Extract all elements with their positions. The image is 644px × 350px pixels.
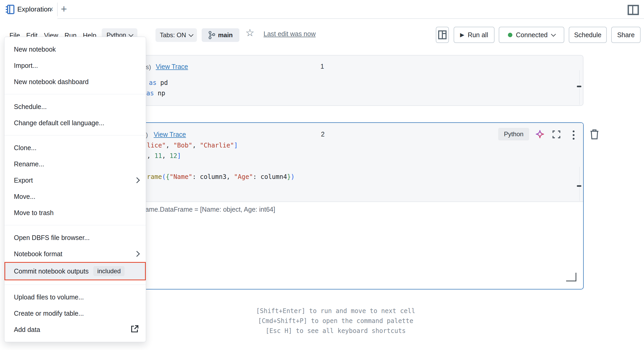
menu-item-label: Move... [14,193,35,200]
menu-item-label: Create or modify table... [14,310,84,317]
menu-item-label: Open DBFS file browser... [14,234,90,242]
menu-item-export[interactable]: Export [4,172,146,188]
menu-item-move[interactable]: Move... [4,188,146,205]
schedule-button[interactable]: Schedule [569,27,607,43]
tab-bar: Exploration × + [0,0,644,19]
cell-counter: 2 [321,130,325,138]
favorite-star-icon[interactable]: ☆ [245,28,254,38]
cell-resize-gutter [579,167,580,201]
code-line: as pd [146,78,168,88]
submenu-chevron-icon [134,251,140,257]
menu-section: Upload files to volume...Create or modif… [4,285,146,342]
tab-close-icon[interactable]: × [49,5,53,13]
menu-item-label: Notebook format [14,250,62,258]
keyboard-hint-line: [Esc H] to see all keyboard shortcuts [236,326,435,336]
menu-section: Open DBFS file browser...Notebook format… [4,225,146,285]
view-trace-link[interactable]: View Trace [154,131,186,138]
menu-item-schedule[interactable]: Schedule... [4,99,146,115]
menu-item-label: Export [14,177,33,184]
cell-language-label: Python [504,130,524,138]
menu-item-new-notebook[interactable]: New notebook [4,41,146,57]
menu-section: New notebookImport...New notebook dashbo… [4,37,146,94]
layout-view-button[interactable] [436,27,449,43]
trace-duration-fragment: ) [146,131,148,139]
cell-code[interactable]: lice", "Bob", "Charlie"], 11, 12] rame({… [147,140,295,182]
menu-item-label: Move to trash [14,209,53,217]
notebook-cell-2[interactable]: ) View Trace 2 Python lice", "Bob", "Cha… [136,122,584,289]
chevron-down-icon [128,32,133,37]
code-line: lice", "Bob", "Charlie"] [147,140,295,151]
cell-language-badge[interactable]: Python [498,128,529,140]
chevron-down-icon [551,32,556,36]
menu-item-badge: included [93,266,125,276]
git-branch-chip[interactable]: main [202,28,239,42]
cell-resize-handle[interactable] [577,185,581,187]
tab-title[interactable]: Exploration [17,5,51,13]
notebook-cell-1[interactable]: s) View Trace 1 as pdas np [136,55,583,106]
keyboard-hints: [Shift+Enter] to run and move to next ce… [236,306,435,336]
cell-output: ame.DataFrame = [Name: object, Age: int6… [145,206,275,213]
view-trace-link[interactable]: View Trace [156,63,188,70]
run-all-button[interactable]: ▶ Run all [454,27,495,43]
code-line: rame({"Name": column3, "Age": column4}) [147,172,295,182]
connection-status-button[interactable]: Connected [499,27,564,43]
git-branch-icon [208,31,215,39]
menu-item-add-data[interactable]: Add data [4,321,146,338]
menu-item-rename[interactable]: Rename... [4,156,146,172]
menu-item-label: Add data [14,326,40,333]
cell-resize-handle[interactable] [577,86,581,87]
menu-item-new-notebook-dashboard[interactable]: New notebook dashboard [4,74,146,90]
menu-item-label: New notebook [14,46,56,53]
cell-resize-gutter [579,70,580,105]
menu-item-label: New notebook dashboard [14,78,89,86]
menu-section: Schedule...Change default cell language.… [4,94,146,135]
trace-duration-fragment: s) [146,63,151,71]
branch-name: main [218,31,233,39]
cell-counter: 1 [320,63,324,70]
file-menu-dropdown: New notebookImport...New notebook dashbo… [4,37,146,342]
notebook-icon [5,4,15,16]
menu-item-upload-files-to-volume[interactable]: Upload files to volume... [4,289,146,305]
code-line: , 11, 12] [147,151,295,161]
menu-item-notebook-format[interactable]: Notebook format [4,246,146,262]
menu-item-clone[interactable]: Clone... [4,140,146,156]
menu-item-create-or-modify-table[interactable]: Create or modify table... [4,305,146,321]
output-resize-handle[interactable] [566,273,576,281]
connected-status-dot [508,33,512,37]
share-label: Share [617,31,635,39]
menu-item-open-dbfs-file-browser[interactable]: Open DBFS file browser... [4,229,146,246]
tabs-toggle-label: Tabs: ON [160,31,186,39]
menu-item-label: Schedule... [14,103,47,111]
delete-cell-trash-icon[interactable] [589,129,599,141]
side-panel-toggle-icon[interactable] [627,5,639,16]
tab-bar-border [57,18,644,19]
chevron-down-icon [189,32,193,37]
code-line: as np [146,88,168,99]
notebook-app: Exploration × + File Edit View Run Help … [0,0,644,350]
play-icon: ▶ [460,32,464,38]
menu-item-label: Rename... [14,160,44,168]
menu-item-label: Import... [14,62,38,69]
share-button[interactable]: Share [611,27,641,43]
last-edit-link[interactable]: Last edit was now [264,30,316,38]
run-all-label: Run all [468,31,488,39]
layout-grid-icon [437,30,448,40]
expand-cell-icon[interactable] [552,130,561,140]
menu-item-label: Change default cell language... [14,119,104,127]
menu-item-change-default-cell-language[interactable]: Change default cell language... [4,115,146,131]
tabs-toggle[interactable]: Tabs: ON [155,28,197,42]
code-line [147,161,295,172]
tab-separator [57,3,58,16]
new-tab-button[interactable]: + [61,4,67,14]
cell-menu-kebab-icon[interactable] [573,130,575,140]
menu-item-move-to-trash[interactable]: Move to trash [4,205,146,221]
menu-section: Clone...Rename...ExportMove...Move to tr… [4,135,146,225]
connection-status-label: Connected [516,31,548,39]
cell-code[interactable]: as pdas np [146,78,168,99]
menu-item-import[interactable]: Import... [4,57,146,74]
menu-item-label: Commit notebook outputs [14,267,89,275]
schedule-label: Schedule [574,31,601,39]
menu-item-commit-notebook-outputs[interactable]: Commit notebook outputsincluded [4,262,146,280]
external-link-icon [131,325,139,335]
assistant-sparkle-icon[interactable] [535,130,544,140]
